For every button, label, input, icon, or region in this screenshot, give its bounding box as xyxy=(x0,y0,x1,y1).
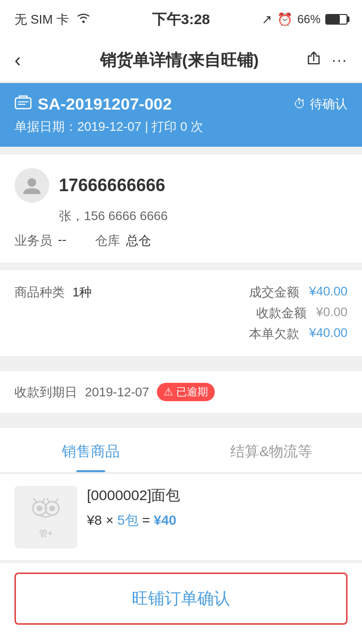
product-types-label: 商品种类 xyxy=(14,284,65,301)
battery-text: 66% xyxy=(297,13,320,26)
due-date-label: 收款到期日 xyxy=(14,384,77,401)
status-bar: 无 SIM 卡 下午3:28 ↗ ⏰ 66% xyxy=(0,0,362,39)
order-status-text: 待确认 xyxy=(310,96,348,112)
product-qty: 5包 xyxy=(117,513,139,528)
location-icon: ↗ xyxy=(262,12,272,27)
nav-bar: ‹ 销货单详情(来自旺铺) ··· xyxy=(0,39,362,82)
product-price: ¥8 × 5包 = ¥40 xyxy=(87,511,348,530)
overdue-badge: ⚠ 已逾期 xyxy=(157,383,215,401)
due-date-value: 2019-12-07 xyxy=(85,385,149,400)
divider-1 xyxy=(0,263,362,270)
product-logo-icon xyxy=(29,495,63,526)
owed-amount-label: 本单欠款 xyxy=(249,325,299,342)
order-status: ⏱ 待确认 xyxy=(293,96,348,112)
salesperson-label: 业务员 xyxy=(14,232,52,249)
bottom-bar: 旺铺订单确认 xyxy=(0,562,362,644)
tab-sales-label: 销售商品 xyxy=(62,443,120,459)
product-name: [0000002]面包 xyxy=(87,486,348,505)
status-left: 无 SIM 卡 xyxy=(14,11,91,28)
order-date-line: 单据日期：2019-12-07 | 打印 0 次 xyxy=(14,118,348,135)
salesperson-value: -- xyxy=(58,232,66,249)
price-value: ¥8 xyxy=(87,513,102,528)
divider-3 xyxy=(0,413,362,420)
customer-meta: 业务员 -- 仓库 总仓 xyxy=(14,232,348,249)
received-amount-label: 收款金额 xyxy=(256,305,306,322)
svg-point-0 xyxy=(82,20,84,23)
customer-phone: 17666666666 xyxy=(59,175,165,196)
tab-settlement[interactable]: 结算&物流等 xyxy=(181,428,362,472)
order-header: SA-20191207-002 ⏱ 待确认 单据日期：2019-12-07 | … xyxy=(0,83,362,147)
received-amount-value: ¥0.00 xyxy=(316,305,348,322)
product-info: [0000002]面包 ¥8 × 5包 = ¥40 xyxy=(87,486,348,530)
tab-sales-products[interactable]: 销售商品 xyxy=(0,428,181,472)
order-icon xyxy=(14,95,32,113)
avatar xyxy=(14,168,49,203)
more-button[interactable]: ··· xyxy=(332,51,348,69)
warehouse-label: 仓库 xyxy=(95,232,120,249)
page-title: 销货单详情(来自旺铺) xyxy=(53,49,306,71)
tab-settlement-label: 结算&物流等 xyxy=(230,443,312,459)
deal-amount-value: ¥40.00 xyxy=(309,284,348,301)
status-right: ↗ ⏰ 66% xyxy=(262,12,348,27)
svg-point-2 xyxy=(28,178,36,187)
due-date-card: 收款到期日 2019-12-07 ⚠ 已逾期 xyxy=(0,371,362,413)
product-total: ¥40 xyxy=(154,513,177,528)
multiply-sign: × xyxy=(106,513,117,528)
confirm-order-button[interactable]: 旺铺订单确认 xyxy=(14,573,348,625)
divider-2 xyxy=(0,356,362,364)
order-id: SA-20191207-002 xyxy=(14,95,172,113)
product-image: 管+ xyxy=(14,486,77,548)
status-time: 下午3:28 xyxy=(152,10,210,29)
overdue-text: 已逾期 xyxy=(176,385,208,399)
svg-point-6 xyxy=(49,505,55,511)
equals-sign: = xyxy=(142,513,150,528)
customer-card: 17666666666 张，156 6666 6666 业务员 -- 仓库 总仓 xyxy=(0,154,362,263)
share-button[interactable] xyxy=(306,50,322,70)
product-types-value: 1种 xyxy=(72,284,92,301)
alarm-icon: ⏰ xyxy=(277,12,292,27)
overdue-icon: ⚠ xyxy=(164,386,173,398)
carrier-text: 无 SIM 卡 xyxy=(14,11,69,28)
status-clock-icon: ⏱ xyxy=(293,97,306,112)
battery-icon xyxy=(325,14,348,25)
owed-amount-value: ¥40.00 xyxy=(309,325,348,342)
tabs-container: 销售商品 结算&物流等 xyxy=(0,428,362,473)
brand-text: 管+ xyxy=(39,528,53,539)
svg-rect-1 xyxy=(15,98,31,109)
svg-point-5 xyxy=(37,505,42,511)
warehouse-value: 总仓 xyxy=(126,232,151,249)
summary-card: 商品种类 1种 成交金额 ¥40.00 收款金额 ¥0.00 本单欠款 ¥40.… xyxy=(0,270,362,356)
product-card: 管+ [0000002]面包 ¥8 × 5包 = ¥40 xyxy=(0,474,362,560)
amounts-block: 成交金额 ¥40.00 收款金额 ¥0.00 本单欠款 ¥40.00 xyxy=(249,284,348,342)
customer-name: 张，156 6666 6666 xyxy=(59,208,348,224)
wifi-icon xyxy=(76,12,91,27)
back-button[interactable]: ‹ xyxy=(14,49,21,71)
order-id-text: SA-20191207-002 xyxy=(38,95,172,113)
deal-amount-label: 成交金额 xyxy=(249,284,299,301)
